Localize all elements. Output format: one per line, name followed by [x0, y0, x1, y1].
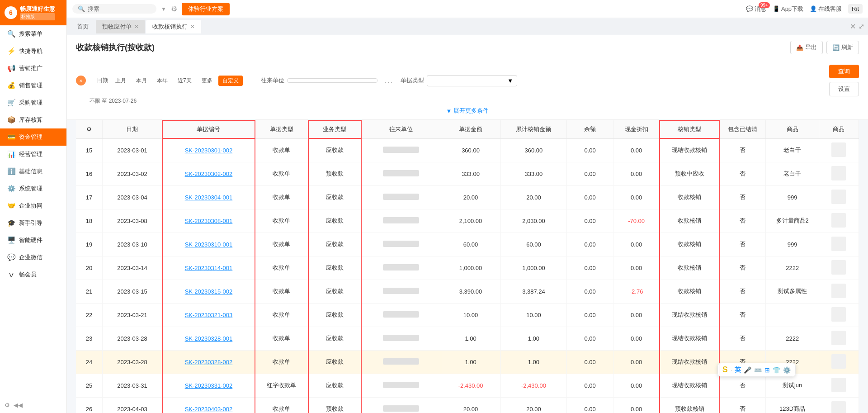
- cell-img: [819, 209, 859, 233]
- app-download-button[interactable]: 📱 App下载: [773, 5, 803, 13]
- th-discount[interactable]: 现金折扣: [613, 120, 660, 138]
- th-partner[interactable]: 往来单位: [361, 120, 441, 138]
- maximize-icon[interactable]: ⤢: [859, 22, 864, 31]
- docno-link[interactable]: SK-20230321-003: [185, 312, 233, 318]
- tab-close-prepay[interactable]: ✕: [134, 24, 139, 30]
- docno-link[interactable]: SK-20230308-001: [185, 218, 233, 224]
- docno-link[interactable]: SK-20230314-001: [185, 265, 233, 271]
- docno-link[interactable]: SK-20230403-002: [185, 406, 233, 413]
- cell-seq: 25: [76, 374, 103, 397]
- toggle-filter-button[interactable]: »: [76, 76, 86, 85]
- sidebar-item-inventory[interactable]: 📦库存核算: [0, 111, 66, 128]
- cell-goods: 999: [766, 233, 819, 256]
- docno-link[interactable]: SK-20230328-001: [185, 335, 233, 342]
- date-btn-more[interactable]: 更多: [198, 76, 217, 86]
- date-btn-7days[interactable]: 近7天: [174, 76, 196, 86]
- sidebar-item-hardware[interactable]: 🖥️智能硬件: [0, 232, 66, 249]
- th-incl[interactable]: 包含已结清: [719, 120, 766, 138]
- watermark-mic-icon[interactable]: 🎤: [744, 366, 751, 374]
- more-options-icon[interactable]: ...: [385, 76, 393, 85]
- docno-link[interactable]: SK-20230315-002: [185, 288, 233, 295]
- sidebar-item-operation[interactable]: 📊经营管理: [0, 146, 66, 163]
- settings-icon[interactable]: ⚙: [5, 402, 10, 408]
- sidebar-item-corp[interactable]: 🤝企业协同: [0, 197, 66, 214]
- sidebar-item-sales[interactable]: 💰销售管理: [0, 77, 66, 94]
- tab-clearexec[interactable]: 收款核销执行✕: [146, 20, 201, 33]
- th-settings[interactable]: ⚙: [76, 120, 103, 138]
- tab-prepay[interactable]: 预收应付单✕: [96, 20, 145, 33]
- app-icon: 📱: [773, 5, 780, 12]
- cell-cumamt: 1.00: [500, 327, 567, 350]
- docno-link[interactable]: SK-20230304-001: [185, 194, 233, 201]
- docno-link[interactable]: SK-20230310-001: [185, 241, 233, 248]
- sidebar-item-wechat[interactable]: 💬企业微信: [0, 249, 66, 266]
- watermark-shirt-icon[interactable]: 👕: [773, 366, 780, 374]
- cell-seq: 15: [76, 138, 103, 162]
- docno-link[interactable]: SK-20230302-002: [185, 171, 233, 177]
- cell-partner: [361, 350, 441, 374]
- sidebar-item-finance[interactable]: 💳资金管理: [0, 128, 66, 146]
- tab-home[interactable]: 首页: [71, 20, 95, 33]
- cell-img: [819, 374, 859, 397]
- solution-button[interactable]: 体验行业方案: [182, 3, 230, 15]
- th-cleartype[interactable]: 核销类型: [660, 120, 719, 138]
- sidebar-item-system[interactable]: ⚙️系统管理: [0, 180, 66, 197]
- tab-close-clearexec[interactable]: ✕: [190, 24, 195, 30]
- close-tab-icon[interactable]: ✕: [850, 22, 856, 31]
- cell-cleartype: 收款核销: [660, 209, 719, 233]
- topbar-gear-icon[interactable]: ⚙: [171, 5, 177, 13]
- expand-filter-button[interactable]: ▼ 展开更多条件: [76, 107, 859, 115]
- th-goods2[interactable]: 商品: [819, 120, 859, 138]
- online-service-button[interactable]: 👤 在线客服: [810, 5, 842, 13]
- cell-partner: [361, 397, 441, 413]
- sidebar-item-purchase[interactable]: 🛒采购管理: [0, 94, 66, 111]
- watermark-keyboard-icon[interactable]: ⌨️: [754, 366, 762, 374]
- doctype-select[interactable]: ▼: [427, 75, 517, 86]
- partner-select[interactable]: [287, 78, 377, 83]
- cell-cleartype: 现结收款核销: [660, 327, 719, 350]
- th-amount[interactable]: 单据金额: [441, 120, 500, 138]
- cell-date: 2023-03-01: [103, 138, 162, 162]
- cell-seq: 17: [76, 185, 103, 209]
- date-btn-custom[interactable]: 自定义: [218, 76, 243, 86]
- search-wrap[interactable]: 🔍: [72, 4, 156, 14]
- th-cumamt[interactable]: 累计核销金额: [500, 120, 567, 138]
- th-docno[interactable]: 单据编号: [162, 120, 255, 138]
- cell-img: [819, 233, 859, 256]
- watermark-gear-icon[interactable]: ⚙️: [783, 366, 791, 374]
- collapse-icon[interactable]: ◀◀: [14, 402, 23, 408]
- sidebar-item-guide[interactable]: 🎓新手引导: [0, 214, 66, 232]
- th-balance[interactable]: 余额: [567, 120, 613, 138]
- docno-link[interactable]: SK-20230328-002: [185, 359, 233, 366]
- query-button[interactable]: 查询: [829, 65, 859, 78]
- cell-seq: 26: [76, 397, 103, 413]
- refresh-button[interactable]: 🔄 刷新: [826, 41, 859, 54]
- date-btn-this-year[interactable]: 本年: [153, 76, 172, 86]
- sidebar-item-member[interactable]: V畅会员: [0, 266, 66, 283]
- cell-doctype: 收款单: [255, 209, 308, 233]
- export-button[interactable]: 📤 导出: [790, 41, 823, 54]
- inventory-icon: 📦: [7, 116, 15, 124]
- th-biztype[interactable]: 业务类型: [308, 120, 361, 138]
- sidebar-item-basic[interactable]: ℹ️基础信息: [0, 163, 66, 180]
- setting-button[interactable]: 设置: [829, 82, 859, 96]
- th-date[interactable]: 日期: [103, 120, 162, 138]
- cell-cleartype: 预收款核销: [660, 397, 719, 413]
- sidebar-item-quick[interactable]: ⚡快捷导航: [0, 43, 66, 60]
- search-input[interactable]: [88, 5, 151, 12]
- dropdown-arrow-icon[interactable]: ▼: [161, 6, 166, 12]
- cell-docno: SK-20230403-002: [162, 397, 255, 413]
- cell-doctype: 收款单: [255, 138, 308, 162]
- date-btn-last-month[interactable]: 上月: [111, 76, 130, 86]
- watermark-grid-icon[interactable]: ⊞: [764, 366, 770, 374]
- cell-amount: 1.00: [441, 327, 500, 350]
- docno-link[interactable]: SK-20230331-002: [185, 382, 233, 389]
- date-btn-this-month[interactable]: 本月: [132, 76, 151, 86]
- sidebar-item-marketing[interactable]: 📢营销推广: [0, 60, 66, 77]
- th-doctype[interactable]: 单据类型: [255, 120, 308, 138]
- th-goods1[interactable]: 商品: [766, 120, 819, 138]
- message-button[interactable]: 💬 消息 99+: [746, 5, 766, 13]
- sidebar-item-search[interactable]: 🔍搜索菜单: [0, 25, 66, 43]
- docno-link[interactable]: SK-20230301-002: [185, 147, 233, 154]
- user-avatar[interactable]: Rit: [848, 4, 863, 14]
